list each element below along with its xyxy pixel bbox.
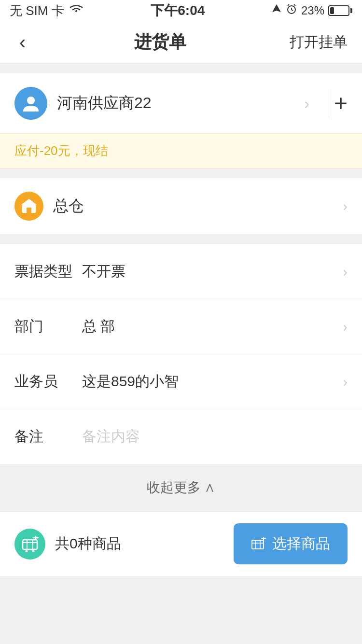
form-section: 票据类型 不开票 › 部门 总 部 › 业务员 这是859的小智 › 备注 备注… [0, 244, 362, 464]
svg-rect-16 [252, 540, 264, 549]
product-count: 共0种商品 [55, 534, 234, 554]
department-row[interactable]: 部门 总 部 › [0, 299, 362, 354]
salesperson-chevron-icon: › [343, 374, 348, 390]
background-fill [0, 576, 362, 644]
warehouse-chevron-icon: › [343, 198, 348, 214]
invoice-type-label: 票据类型 [14, 262, 77, 281]
salesperson-value: 这是859的小智 [77, 372, 343, 392]
supplier-section: 河南供应商22 › + 应付-20元，现结 [0, 73, 362, 168]
warehouse-row[interactable]: 总仓 › [0, 178, 362, 234]
notice-bar: 应付-20元，现结 [0, 133, 362, 168]
invoice-type-row[interactable]: 票据类型 不开票 › [0, 244, 362, 299]
page-title: 进货单 [134, 30, 186, 54]
supplier-chevron-icon: › [304, 95, 309, 112]
vertical-divider [329, 89, 329, 118]
remark-row[interactable]: 备注 备注内容 [0, 409, 362, 464]
department-value: 总 部 [77, 317, 343, 336]
status-bar: 无 SIM 卡 下午6:04 23% [0, 0, 362, 21]
department-label: 部门 [14, 317, 77, 336]
svg-rect-8 [27, 208, 31, 213]
cart-icon [14, 529, 45, 560]
supplier-name: 河南供应商22 [57, 93, 304, 114]
back-button[interactable]: ‹ [14, 27, 30, 58]
remark-input[interactable]: 备注内容 [77, 427, 348, 447]
divider-2 [0, 168, 362, 178]
notice-text: 应付-20元，现结 [14, 143, 108, 158]
svg-line-2 [292, 10, 293, 11]
svg-point-12 [26, 550, 28, 552]
svg-point-5 [27, 97, 35, 104]
invoice-type-value: 不开票 [77, 262, 343, 281]
warehouse-section: 总仓 › [0, 178, 362, 234]
divider-1 [0, 64, 362, 73]
svg-line-3 [288, 4, 289, 6]
status-time: 下午6:04 [151, 1, 205, 20]
warehouse-name: 总仓 [53, 196, 343, 217]
location-icon [271, 3, 282, 18]
supplier-avatar [14, 87, 47, 120]
svg-rect-9 [23, 540, 37, 549]
supplier-right: › + [304, 89, 348, 118]
select-product-label: 选择商品 [272, 534, 330, 554]
collapse-button[interactable]: 收起更多 ∧ [0, 464, 362, 511]
divider-3 [0, 234, 362, 244]
remark-label: 备注 [14, 427, 77, 447]
warehouse-icon [14, 192, 43, 221]
battery-icon [328, 5, 352, 16]
salesperson-label: 业务员 [14, 372, 77, 392]
department-chevron-icon: › [343, 319, 348, 335]
svg-point-13 [32, 550, 35, 552]
select-product-button[interactable]: 选择商品 [234, 523, 348, 564]
svg-line-4 [294, 4, 295, 6]
add-supplier-button[interactable]: + [334, 92, 348, 115]
status-right: 23% [271, 3, 352, 18]
status-left: 无 SIM 卡 [10, 2, 84, 19]
svg-marker-7 [21, 199, 37, 205]
supplier-row[interactable]: 河南供应商22 › + [0, 73, 362, 133]
salesperson-row[interactable]: 业务员 这是859的小智 › [0, 354, 362, 409]
invoice-type-chevron-icon: › [343, 264, 348, 280]
open-pending-button[interactable]: 打开挂单 [290, 32, 348, 52]
nav-bar: ‹ 进货单 打开挂单 [0, 21, 362, 64]
carrier-label: 无 SIM 卡 [10, 2, 64, 19]
wifi-icon [68, 3, 84, 18]
battery-percent: 23% [301, 4, 324, 17]
bottom-bar: 共0种商品 选择商品 [0, 511, 362, 576]
alarm-icon [286, 3, 297, 18]
